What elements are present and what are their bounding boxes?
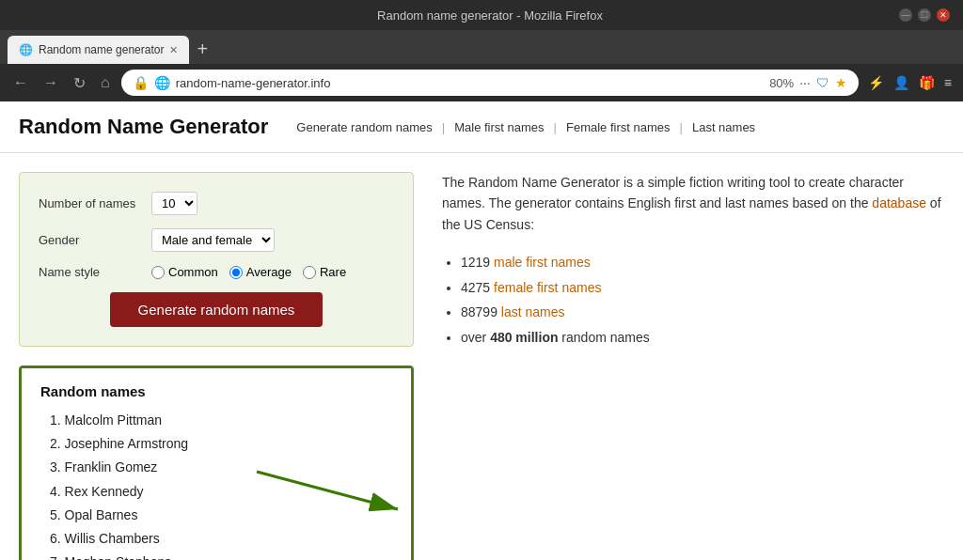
- style-average-radio[interactable]: [229, 266, 243, 279]
- list-item: 7. Meghan Stephens: [50, 551, 392, 560]
- reload-button[interactable]: ↻: [70, 72, 89, 94]
- number-row: Number of names 10 20 50: [39, 192, 394, 215]
- site-title: Random Name Generator: [19, 115, 268, 139]
- description-text: The Random Name Generator is a simple fi…: [442, 172, 944, 235]
- page-content: Random Name Generator Generate random na…: [0, 101, 963, 560]
- male-count: 1219: [461, 255, 494, 270]
- sync-icon[interactable]: 👤: [892, 73, 911, 92]
- style-rare-label: Rare: [320, 265, 346, 279]
- results-box: Random names 1. Malcolm Pittman2. Joseph…: [19, 366, 414, 560]
- list-item: 6. Willis Chambers: [50, 527, 392, 551]
- list-item: 5. Opal Barnes: [50, 504, 392, 527]
- results-title: Random names: [40, 383, 392, 399]
- list-item: 3. Franklin Gomez: [50, 456, 392, 479]
- site-nav: Generate random names | Male first names…: [287, 120, 765, 134]
- female-first-names-link[interactable]: female first names: [494, 280, 601, 295]
- stats-list: 1219 male first names 4275 female first …: [442, 250, 944, 350]
- gift-icon[interactable]: 🎁: [917, 73, 937, 92]
- style-row: Name style Common Average Rare: [39, 265, 394, 279]
- last-names-link[interactable]: last names: [501, 304, 565, 319]
- maximize-button[interactable]: ☐: [918, 8, 931, 22]
- url-menu-icon[interactable]: ···: [799, 75, 811, 90]
- style-label: Name style: [39, 265, 142, 279]
- female-stat: 4275 female first names: [461, 275, 944, 301]
- tab-favicon: 🌐: [19, 43, 33, 56]
- left-panel: Number of names 10 20 50 Gender Male and…: [19, 172, 414, 560]
- style-average[interactable]: Average: [229, 265, 292, 279]
- url-box[interactable]: 🔒 🌐 random-name-generator.info 80% ··· 🛡…: [121, 70, 859, 96]
- bookmark-verify-icon[interactable]: 🛡: [816, 75, 829, 90]
- census-link[interactable]: database: [872, 195, 926, 210]
- female-count: 4275: [461, 280, 494, 295]
- back-button[interactable]: ←: [9, 72, 32, 93]
- form-area: Number of names 10 20 50 Gender Male and…: [19, 172, 414, 347]
- name-list: 1. Malcolm Pittman2. Josephine Armstrong…: [40, 409, 392, 560]
- male-first-names-link[interactable]: male first names: [494, 255, 591, 270]
- url-favicon: 🌐: [154, 75, 170, 90]
- style-common-radio[interactable]: [151, 266, 165, 279]
- close-button[interactable]: ✕: [937, 8, 950, 22]
- style-radio-group: Common Average Rare: [151, 265, 346, 279]
- nav-last[interactable]: Last names: [683, 120, 765, 134]
- minimize-button[interactable]: —: [899, 8, 912, 22]
- forward-button[interactable]: →: [39, 72, 62, 93]
- style-rare-radio[interactable]: [303, 266, 316, 279]
- site-header: Random Name Generator Generate random na…: [0, 101, 963, 153]
- male-stat: 1219 male first names: [461, 250, 944, 275]
- last-count: 88799: [461, 304, 501, 319]
- address-bar: ← → ↻ ⌂ 🔒 🌐 random-name-generator.info 8…: [0, 64, 963, 101]
- right-panel: The Random Name Generator is a simple fi…: [442, 172, 944, 560]
- title-bar: Random name generator - Mozilla Firefox …: [0, 0, 963, 30]
- home-button[interactable]: ⌂: [97, 72, 114, 93]
- number-label: Number of names: [39, 196, 142, 210]
- style-average-label: Average: [246, 265, 292, 279]
- style-common-label: Common: [168, 265, 218, 279]
- bookmark-icon[interactable]: ★: [835, 75, 847, 90]
- total-stat: over 480 million random names: [461, 325, 944, 350]
- total-count: 480 million: [490, 330, 558, 345]
- last-stat: 88799 last names: [461, 300, 944, 325]
- style-rare[interactable]: Rare: [303, 265, 346, 279]
- nav-female-first[interactable]: Female first names: [557, 120, 680, 134]
- gender-select[interactable]: Male and female Male Female: [151, 228, 275, 252]
- new-tab-button[interactable]: +: [189, 35, 215, 64]
- number-select[interactable]: 10 20 50: [151, 192, 197, 215]
- window-title: Random name generator - Mozilla Firefox: [81, 8, 899, 23]
- tab-label: Random name generator: [39, 43, 164, 56]
- url-text: random-name-generator.info: [176, 76, 764, 90]
- tab-bar: 🌐 Random name generator ✕ +: [0, 30, 963, 64]
- main-content: Number of names 10 20 50 Gender Male and…: [0, 153, 963, 560]
- nav-generate[interactable]: Generate random names: [287, 120, 442, 134]
- style-common[interactable]: Common: [151, 265, 218, 279]
- list-item: 2. Josephine Armstrong: [50, 432, 392, 456]
- generate-button[interactable]: Generate random names: [110, 292, 324, 327]
- list-item: 1. Malcolm Pittman: [50, 409, 392, 432]
- gender-row: Gender Male and female Male Female: [39, 228, 394, 252]
- gender-label: Gender: [39, 233, 142, 247]
- extensions-icon[interactable]: ⚡: [866, 73, 886, 92]
- nav-male-first[interactable]: Male first names: [445, 120, 553, 134]
- hamburger-menu[interactable]: ≡: [942, 73, 954, 92]
- browser-tab[interactable]: 🌐 Random name generator ✕: [8, 36, 189, 64]
- zoom-level: 80%: [769, 76, 794, 90]
- security-icon: 🔒: [133, 75, 149, 90]
- tab-close-button[interactable]: ✕: [169, 44, 178, 56]
- list-item: 4. Rex Kennedy: [50, 480, 392, 504]
